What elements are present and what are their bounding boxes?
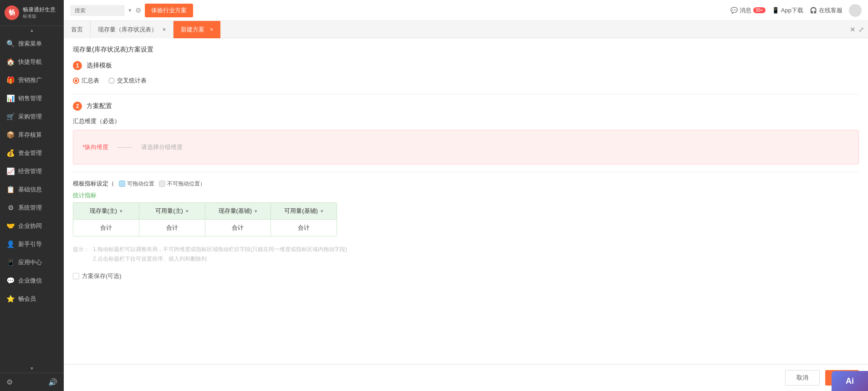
message-label: 消息 <box>740 6 751 15</box>
section2-num: 2 <box>73 102 82 111</box>
expand-window-icon[interactable]: ⤢ <box>858 26 864 34</box>
trial-button[interactable]: 体验行业方案 <box>145 4 193 17</box>
stats-cell-0-1: 合计 <box>139 220 205 236</box>
sidebar-item-cooperation[interactable]: 🤝 企业协同 <box>0 217 64 235</box>
stats-col-0[interactable]: 现存量(主) ▾ <box>73 203 139 219</box>
stats-cell-0-2: 合计 <box>205 220 271 236</box>
save-checkbox[interactable] <box>73 273 79 279</box>
tab-new-scheme-close[interactable]: × <box>210 26 213 33</box>
topbar-dropdown-icon[interactable]: ▾ <box>128 7 132 14</box>
sidebar-item-basic-info[interactable]: 📋 基础信息 <box>0 180 64 199</box>
section-divider-2 <box>73 172 859 172</box>
sidebar-item-label: 畅会员 <box>18 295 36 303</box>
page-title: 现存量(库存状况表)方案设置 <box>73 46 859 54</box>
sidebar-scroll-down[interactable]: ▼ <box>0 364 64 373</box>
tips-section: 提示： 1.拖动标题栏可以调整布局，不可跨维度或指标区域拖动栏目字段(只能在同一… <box>73 246 859 263</box>
member-icon: ⭐ <box>6 295 15 303</box>
app-edition: 标准版 <box>23 13 56 20</box>
template-summary-option[interactable]: 汇总表 <box>73 77 99 85</box>
stats-col-1-label: 可用量(主) <box>155 207 183 215</box>
sidebar-item-member[interactable]: ⭐ 畅会员 <box>0 290 64 308</box>
cross-label: 交叉统计表 <box>117 77 147 85</box>
stats-col-2-label: 现存量(基辅) <box>219 207 252 215</box>
sidebar-item-purchase[interactable]: 🛒 采购管理 <box>0 108 64 126</box>
sidebar-item-label: 企业协同 <box>18 222 42 230</box>
message-badge: 99+ <box>753 7 766 13</box>
section-template: 1 选择模板 汇总表 交叉统计表 <box>73 61 859 85</box>
metrics-label-text: 模板指标设定（ <box>73 180 114 188</box>
ai-float-button[interactable]: Ai <box>832 371 868 391</box>
settings-footer-icon[interactable]: ⚙ <box>6 378 13 386</box>
template-options: 汇总表 交叉统计表 <box>73 77 859 85</box>
dimension-config: 汇总维度（必选） *纵向维度 —— 请选择分组维度 <box>73 117 859 165</box>
stats-cell-0-3: 合计 <box>271 220 337 236</box>
app-name-block: 畅康通好生意 标准版 <box>23 6 56 20</box>
sidebar-item-inventory[interactable]: 📦 库存核算 <box>0 126 64 144</box>
finance-icon: 💰 <box>6 149 15 157</box>
dimension-placeholder[interactable]: 请选择分组维度 <box>141 143 183 151</box>
stats-col-3[interactable]: 可用量(基辅) ▾ <box>271 203 337 219</box>
stats-col-2[interactable]: 现存量(基辅) ▾ <box>205 203 271 219</box>
sidebar: 畅 畅康通好生意 标准版 ▲ 🔍 搜索菜单 🏠 快捷导航 🎁 营销推广 📊 销售… <box>0 0 64 391</box>
tab-inventory-status[interactable]: 现存量（库存状况表） × <box>91 21 174 38</box>
sidebar-item-search[interactable]: 🔍 搜索菜单 <box>0 35 64 53</box>
tab-inventory-label: 现存量（库存状况表） <box>98 26 157 34</box>
sidebar-item-operations[interactable]: 📈 经营管理 <box>0 162 64 180</box>
topbar-online-service[interactable]: 🎧 在线客服 <box>810 6 842 15</box>
system-icon: ⚙ <box>6 204 15 212</box>
stats-col-2-dropdown[interactable]: ▾ <box>255 208 257 214</box>
app-download-label: App下载 <box>781 6 803 15</box>
sound-footer-icon[interactable]: 🔊 <box>48 378 57 386</box>
enterprise-wechat-icon: 💬 <box>6 277 15 285</box>
section1-num: 1 <box>73 61 82 70</box>
summary-radio[interactable] <box>73 77 79 84</box>
stats-table: 现存量(主) ▾ 可用量(主) ▾ 现存量(基辅) ▾ 可用量(基辅) <box>73 202 337 237</box>
save-label: 方案保存(可选) <box>82 272 122 280</box>
sidebar-item-label: 系统管理 <box>18 204 42 212</box>
topbar-right: 💬 消息 99+ 📱 App下载 🎧 在线客服 <box>730 4 862 17</box>
tabbar: 首页 现存量（库存状况表） × 新建方案 × ✕ ⤢ <box>64 21 868 38</box>
movable-indicator: 可拖动位置 <box>119 180 154 188</box>
search-icon: 🔍 <box>6 40 15 48</box>
sidebar-item-marketing[interactable]: 🎁 营销推广 <box>0 71 64 89</box>
cross-radio[interactable] <box>108 77 115 84</box>
sales-icon: 📊 <box>6 94 15 103</box>
stats-col-0-dropdown[interactable]: ▾ <box>120 208 123 214</box>
online-service-label: 在线客服 <box>819 6 842 15</box>
sidebar-item-quick-nav[interactable]: 🏠 快捷导航 <box>0 53 64 71</box>
sidebar-item-label: 资金管理 <box>18 149 42 157</box>
topbar: ▾ ⚙ 体验行业方案 💬 消息 99+ 📱 App下载 🎧 在线客服 <box>64 0 868 21</box>
operations-icon: 📈 <box>6 167 15 175</box>
topbar-message[interactable]: 💬 消息 99+ <box>730 6 766 15</box>
sidebar-item-finance[interactable]: 💰 资金管理 <box>0 144 64 162</box>
close-window-icon[interactable]: ✕ <box>850 26 856 34</box>
topbar-search-input[interactable] <box>70 5 125 16</box>
tab-inventory-close[interactable]: × <box>163 26 166 33</box>
sidebar-item-enterprise-wechat[interactable]: 💬 企业微信 <box>0 272 64 290</box>
sidebar-item-label: 新手引导 <box>18 240 42 248</box>
sidebar-item-sales[interactable]: 📊 销售管理 <box>0 89 64 108</box>
stats-table-body: 合计 合计 合计 合计 <box>73 219 337 236</box>
topbar-left: ▾ ⚙ 体验行业方案 <box>70 4 726 17</box>
sidebar-footer: ⚙ 🔊 <box>0 373 64 391</box>
sidebar-item-label: 基础信息 <box>18 185 42 194</box>
sidebar-item-new-user[interactable]: 👤 新手引导 <box>0 235 64 253</box>
tip-text-2: 2.点击标题栏下拉可设置排序、插入列和删除列 <box>93 255 207 263</box>
sidebar-item-system[interactable]: ⚙ 系统管理 <box>0 199 64 217</box>
sidebar-scroll-up[interactable]: ▲ <box>0 26 64 35</box>
stats-col-3-dropdown[interactable]: ▾ <box>321 208 323 214</box>
topbar-app-download[interactable]: 📱 App下载 <box>772 6 803 15</box>
section2-header: 2 方案配置 <box>73 102 859 111</box>
stats-col-1[interactable]: 可用量(主) ▾ <box>139 203 205 219</box>
sidebar-item-app-center[interactable]: 📱 应用中心 <box>0 253 64 272</box>
stats-col-1-dropdown[interactable]: ▾ <box>186 208 189 214</box>
message-chat-icon: 💬 <box>730 7 738 14</box>
cancel-button[interactable]: 取消 <box>785 370 820 386</box>
tab-new-scheme[interactable]: 新建方案 × <box>174 21 220 38</box>
tab-home[interactable]: 首页 <box>64 21 91 38</box>
headset-icon: 🎧 <box>810 7 817 14</box>
user-avatar[interactable] <box>849 4 862 17</box>
topbar-gear-icon[interactable]: ⚙ <box>135 6 141 15</box>
cooperation-icon: 🤝 <box>6 222 15 230</box>
template-cross-option[interactable]: 交叉统计表 <box>108 77 147 85</box>
